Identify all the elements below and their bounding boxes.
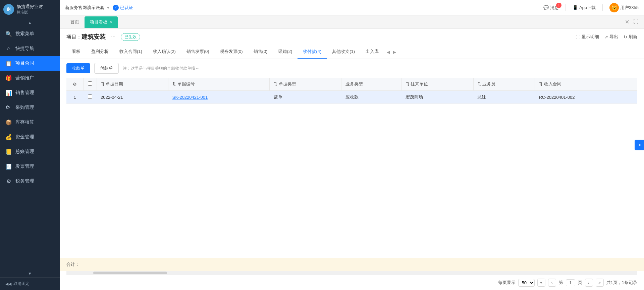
per-page-select[interactable]: 50 [518,279,535,287]
th-settings[interactable]: ⚙ [66,78,83,91]
per-page-label: 每页显示 [498,280,516,286]
sidebar-item-sales-label: 销售管理 [15,90,34,96]
content-note: 注：这里是与项目关联的全部收付款单哦～ [123,66,199,71]
sidebar-item-purchase[interactable]: 🛍 采购管理 [0,100,60,115]
tabbar: 首页 项目看板 ✕ ✕ ⛶ [60,15,644,29]
sidebar-item-inventory[interactable]: 📦 库存核算 [0,115,60,130]
th-salesperson-label: 业务员 [482,81,495,86]
topbar-divider [566,4,566,11]
receipts-table: ⚙ ⇅ 单据日期 ⇅ 单据编号 [66,78,637,104]
project-header: 项目： 建筑安装 ··· 已生效 显示明细 ↗ 导出 ↻ 刷新 [60,29,644,45]
sidebar-item-tax[interactable]: ⚙ 税务管理 [0,174,60,189]
sub-tab-purchase[interactable]: 采购(2) [273,45,298,59]
topbar-divider2 [602,4,603,11]
sort-type-icon[interactable]: ⇅ [274,81,277,86]
page-content: 项目： 建筑安装 ··· 已生效 显示明细 ↗ 导出 ↻ 刷新 [60,29,644,290]
th-checkbox[interactable] [83,78,97,91]
sidebar-item-finance[interactable]: 💰 资金管理 [0,130,60,144]
sidebar-item-sales[interactable]: 📊 销售管理 [0,85,60,100]
refresh-button[interactable]: ↻ 刷新 [624,34,637,40]
export-label: 导出 [609,34,618,40]
sub-tab-sales[interactable]: 销售(0) [248,45,273,59]
export-button[interactable]: ↗ 导出 [604,34,618,40]
tax-icon: ⚙ [5,178,12,185]
message-button[interactable]: 💬 消息 1 [543,5,559,11]
cell-checkbox[interactable] [83,91,97,104]
account-selector[interactable]: 新服务官网演示账套 ▼ [65,5,110,11]
th-biz-type-label: 业务类型 [345,81,363,86]
pin-icon: ◀◀ [5,282,11,286]
sidebar-item-marketing-label: 营销推广 [15,75,34,81]
sidebar-item-invoice[interactable]: 🧾 发票管理 [0,159,60,174]
sub-tab-sales-invoice[interactable]: 销售发票(0) [181,45,215,59]
scroll-thumb[interactable] [93,272,167,274]
home-icon: ⌂ [5,45,12,52]
user-name: 用户3355 [620,5,639,11]
settings-icon[interactable]: ⚙ [73,82,77,87]
tab-home[interactable]: 首页 [65,16,85,28]
th-date-label: 单据日期 [106,81,123,86]
sort-date-icon[interactable]: ⇅ [101,81,105,86]
cell-number[interactable]: SK-20220421-001 [168,91,270,104]
sidebar-item-ledger[interactable]: 📒 总账管理 [0,144,60,159]
first-page-button[interactable]: « [537,279,545,287]
sidebar-item-tax-label: 税务管理 [15,178,34,184]
sub-tab-income-confirm[interactable]: 收入确认(2) [148,45,181,59]
finance-icon: 💰 [5,134,12,140]
float-right-panel-button[interactable]: ≡ [635,140,644,150]
sidebar-nav: 🔍 搜索菜单 ⌂ 快捷导航 📋 项目合同 🎁 营销推广 📊 销售管理 🛍 采购管… [0,26,60,270]
sort-salesperson-icon[interactable]: ⇅ [478,81,481,86]
sub-tab-other[interactable]: 其他收支(1) [327,45,360,59]
receipts-tab-button[interactable]: 收款单 [66,63,90,73]
row-checkbox[interactable] [88,94,92,99]
sort-partner-icon[interactable]: ⇅ [406,81,410,86]
search-icon: 🔍 [5,30,12,37]
refresh-label: 刷新 [629,34,637,40]
sub-tab-prev-icon[interactable]: ◀ [387,50,390,55]
marketing-icon: 🎁 [5,75,12,81]
payments-tab-button[interactable]: 付款单 [94,63,119,74]
sidebar-item-marketing[interactable]: 🎁 营销推广 [0,71,60,85]
th-type-label: 单据类型 [279,81,296,86]
tab-project-board[interactable]: 项目看板 ✕ [85,16,118,28]
first-page-icon: « [540,280,542,285]
show-detail-input[interactable] [576,35,580,39]
sub-tab-next-icon[interactable]: ▶ [393,50,396,55]
sub-tab-income-contract[interactable]: 收入合同(1) [114,45,148,59]
sub-tab-profit[interactable]: 盈利分析 [86,45,114,59]
sidebar-item-search-label: 搜索菜单 [15,31,34,37]
sub-tab-board[interactable]: 看板 [66,45,86,59]
last-page-button[interactable]: » [596,279,604,287]
app-download-button[interactable]: 📱 App下载 [573,5,596,11]
sidebar-item-project[interactable]: 📋 项目合同 [0,56,60,71]
sub-tab-receipts[interactable]: 收付款(4) [298,45,327,59]
sidebar-scroll-up[interactable]: ▲ [0,19,60,26]
topbar-left: 新服务官网演示账套 ▼ ✓ 已认证 [65,5,543,11]
sidebar-item-search[interactable]: 🔍 搜索菜单 [0,26,60,41]
select-all-checkbox[interactable] [88,81,92,86]
sales-icon: 📊 [5,89,12,96]
sidebar-scroll-down[interactable]: ▼ [0,270,60,277]
unpin-button[interactable]: ◀◀ 取消固定 [0,277,60,290]
sort-number-icon[interactable]: ⇅ [172,81,176,86]
purchase-icon: 🛍 [5,104,12,111]
project-header-actions: 显示明细 ↗ 导出 ↻ 刷新 [576,34,637,40]
close-window-icon[interactable]: ✕ [625,19,629,25]
sidebar-item-shortcut-label: 快捷导航 [15,46,34,52]
next-page-button[interactable]: › [585,279,593,287]
prev-page-button[interactable]: ‹ [548,279,556,287]
sidebar-item-shortcut[interactable]: ⌂ 快捷导航 [0,41,60,56]
horizontal-scrollbar[interactable] [66,271,637,275]
project-more-button[interactable]: ··· [111,34,115,40]
sub-tab-tax-invoice[interactable]: 税务发票(0) [215,45,248,59]
user-menu[interactable]: 🐱 用户3355 [609,3,639,12]
phone-icon: 📱 [573,5,578,10]
cell-number-link[interactable]: SK-20220421-001 [172,95,208,100]
maximize-window-icon[interactable]: ⛶ [633,19,639,25]
cell-partner: 宏茂商场 [401,91,473,104]
sub-tab-warehouse[interactable]: 出入库 [360,45,384,59]
sort-contract-icon[interactable]: ⇅ [539,81,543,86]
show-detail-checkbox[interactable]: 显示明细 [576,34,599,40]
tab-close-icon[interactable]: ✕ [109,20,112,24]
table-row[interactable]: 1 2022-04-21 SK-20220421-001 蓝单 应收款 宏茂商场… [66,91,637,104]
